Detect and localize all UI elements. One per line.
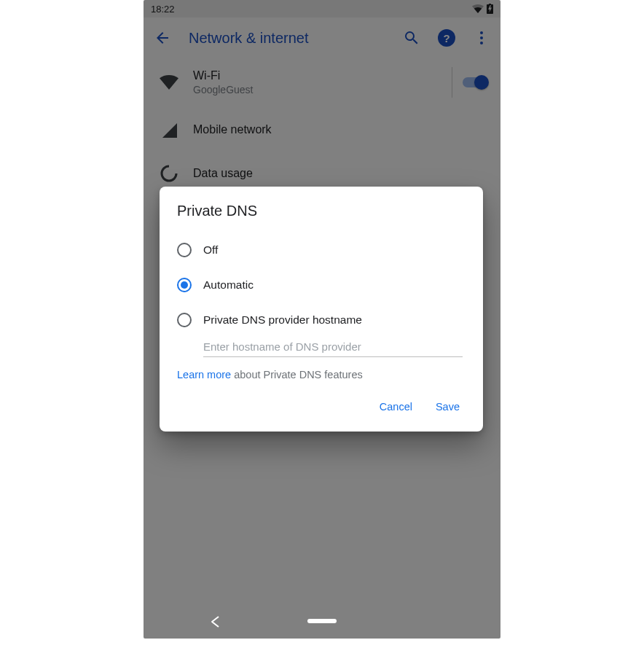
phone-frame: 18:22 Network & internet ?: [144, 0, 500, 639]
radio-option-provider[interactable]: Private DNS provider hostname: [177, 302, 466, 337]
learn-more-text: about Private DNS features: [231, 369, 363, 380]
nav-back-button[interactable]: [209, 615, 222, 628]
radio-off-label: Off: [203, 243, 218, 257]
dialog-actions: Cancel Save: [177, 391, 466, 423]
radio-unchecked-icon: [177, 313, 192, 327]
private-dns-dialog: Private DNS Off Automatic Private DNS pr…: [160, 187, 483, 432]
nav-home-pill[interactable]: [307, 619, 337, 623]
radio-provider-label: Private DNS provider hostname: [203, 313, 362, 327]
radio-option-off[interactable]: Off: [177, 233, 466, 268]
radio-checked-icon: [177, 278, 192, 292]
navigation-bar: [144, 604, 500, 639]
save-button[interactable]: Save: [433, 395, 463, 418]
radio-option-automatic[interactable]: Automatic: [177, 268, 466, 302]
learn-more-line: Learn more about Private DNS features: [177, 369, 466, 380]
radio-automatic-label: Automatic: [203, 278, 254, 292]
dns-hostname-input[interactable]: [203, 336, 463, 357]
cancel-button[interactable]: Cancel: [377, 395, 415, 418]
dialog-title: Private DNS: [177, 203, 466, 219]
radio-unchecked-icon: [177, 243, 192, 257]
learn-more-link[interactable]: Learn more: [177, 369, 231, 380]
